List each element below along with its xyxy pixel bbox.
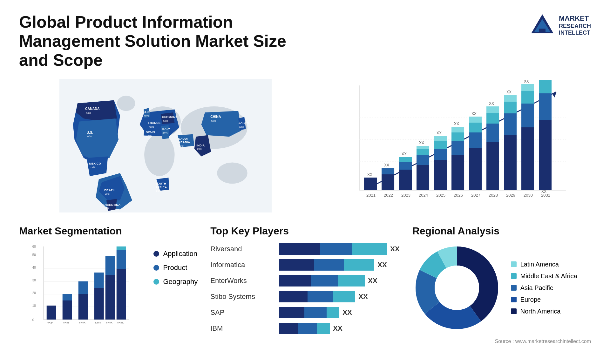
svg-text:FRANCE: FRANCE xyxy=(148,121,161,125)
legend-latin-america: Latin America xyxy=(511,261,577,268)
svg-rect-56 xyxy=(399,157,412,162)
svg-rect-51 xyxy=(382,174,394,190)
player-bar-wrap: XX xyxy=(279,307,399,318)
svg-text:2021: 2021 xyxy=(366,193,376,198)
svg-text:2026: 2026 xyxy=(454,193,463,198)
svg-rect-60 xyxy=(417,149,429,155)
top-section: CANADA xx% U.S. xx% MEXICO xx% BRAZIL xx… xyxy=(19,79,591,212)
svg-rect-70 xyxy=(451,132,464,141)
svg-text:2031: 2031 xyxy=(541,193,550,198)
player-bar xyxy=(279,291,355,302)
logo-icon xyxy=(530,13,555,38)
svg-text:JAPAN: JAPAN xyxy=(239,121,249,125)
page-title: Global Product Information Management So… xyxy=(19,13,305,70)
svg-rect-90 xyxy=(521,91,534,104)
segmentation-section: Market Segmentation 0 10 20 30 40 50 60 xyxy=(19,225,198,344)
player-bar xyxy=(279,259,374,271)
page: Global Product Information Management So… xyxy=(0,0,610,364)
svg-text:2021: 2021 xyxy=(47,322,54,325)
svg-text:xx%: xx% xyxy=(197,148,202,151)
svg-text:2029: 2029 xyxy=(506,193,515,198)
player-bar xyxy=(279,307,339,318)
svg-rect-69 xyxy=(451,141,464,155)
player-bar-wrap: XX xyxy=(279,275,399,286)
svg-text:U.K.: U.K. xyxy=(144,110,150,114)
player-bar-wrap: XX xyxy=(279,291,399,302)
legend-geography: Geography xyxy=(153,278,198,286)
svg-text:2024: 2024 xyxy=(419,193,428,198)
svg-text:10: 10 xyxy=(32,304,36,307)
table-row: Informatica XX xyxy=(210,259,399,271)
svg-rect-74 xyxy=(469,132,482,148)
seg-chart-wrap: 0 10 20 30 40 50 60 2021 xyxy=(19,243,198,332)
svg-rect-138 xyxy=(117,246,126,250)
donut-chart-svg xyxy=(412,243,501,332)
svg-rect-94 xyxy=(539,93,552,120)
svg-rect-91 xyxy=(521,84,534,91)
logo: MARKET RESEARCH INTELLECT xyxy=(530,13,591,38)
svg-text:xx%: xx% xyxy=(179,145,184,148)
svg-rect-81 xyxy=(486,106,499,113)
svg-text:2025: 2025 xyxy=(106,322,112,325)
svg-rect-2 xyxy=(539,29,546,33)
table-row: SAP XX xyxy=(210,307,399,318)
player-name: EnterWorks xyxy=(210,277,274,285)
table-row: Riversand XX xyxy=(210,243,399,255)
svg-text:0: 0 xyxy=(32,318,34,322)
svg-text:30: 30 xyxy=(32,279,36,282)
svg-text:xx%: xx% xyxy=(90,166,96,169)
svg-text:xx%: xx% xyxy=(144,114,149,118)
svg-rect-63 xyxy=(434,160,447,190)
player-bar-wrap: XX xyxy=(279,323,399,334)
players-list: Riversand XX Informatica xyxy=(210,243,399,334)
svg-text:XX: XX xyxy=(367,172,372,177)
legend-asia-pacific: Asia Pacific xyxy=(511,284,577,292)
players-section: Top Key Players Riversand XX xyxy=(210,225,399,344)
logo-text: MARKET RESEARCH INTELLECT xyxy=(559,14,591,37)
svg-rect-88 xyxy=(521,127,534,190)
svg-text:50: 50 xyxy=(32,253,36,257)
svg-rect-49 xyxy=(364,178,377,190)
svg-text:XX: XX xyxy=(384,163,389,167)
svg-text:SAUDI: SAUDI xyxy=(178,137,188,140)
svg-text:GERMANY: GERMANY xyxy=(162,115,177,119)
svg-rect-84 xyxy=(504,113,517,135)
seg-legend: Application Product Geography xyxy=(153,243,198,286)
svg-text:xx%: xx% xyxy=(149,125,154,128)
svg-point-8 xyxy=(117,96,135,111)
legend-north-america: North America xyxy=(511,308,577,315)
svg-text:2028: 2028 xyxy=(489,193,498,198)
svg-text:ARGENTINA: ARGENTINA xyxy=(102,203,120,206)
regional-legend: Latin America Middle East & Africa Asia … xyxy=(511,261,577,315)
svg-text:MEXICO: MEXICO xyxy=(89,162,101,165)
svg-rect-124 xyxy=(63,300,72,320)
svg-text:XX: XX xyxy=(524,79,529,84)
svg-text:2022: 2022 xyxy=(384,193,393,198)
table-row: EnterWorks XX xyxy=(210,275,399,286)
player-value: XX xyxy=(358,293,368,301)
player-name: Stibo Systems xyxy=(210,293,274,301)
svg-point-7 xyxy=(217,163,247,184)
svg-rect-71 xyxy=(451,127,464,132)
svg-rect-127 xyxy=(78,294,88,320)
svg-rect-122 xyxy=(47,306,56,320)
svg-rect-54 xyxy=(399,170,412,190)
legend-europe: Europe xyxy=(511,296,577,303)
svg-text:CHINA: CHINA xyxy=(210,115,221,119)
svg-rect-52 xyxy=(382,168,394,174)
svg-rect-75 xyxy=(469,123,482,132)
svg-text:BRAZIL: BRAZIL xyxy=(104,189,115,192)
application-dot xyxy=(153,251,159,257)
svg-text:XX: XX xyxy=(471,111,477,116)
svg-text:U.S.: U.S. xyxy=(87,131,93,134)
svg-rect-133 xyxy=(105,275,115,320)
player-bar xyxy=(279,243,387,255)
svg-text:xx%: xx% xyxy=(211,119,216,122)
regional-section: Regional Analysis xyxy=(412,225,591,344)
svg-rect-137 xyxy=(117,250,126,269)
player-bar-wrap: XX xyxy=(279,259,399,271)
player-value: XX xyxy=(342,308,352,317)
bottom-section: Market Segmentation 0 10 20 30 40 50 60 xyxy=(19,225,591,344)
player-name: Informatica xyxy=(210,261,274,269)
svg-rect-85 xyxy=(504,102,517,113)
